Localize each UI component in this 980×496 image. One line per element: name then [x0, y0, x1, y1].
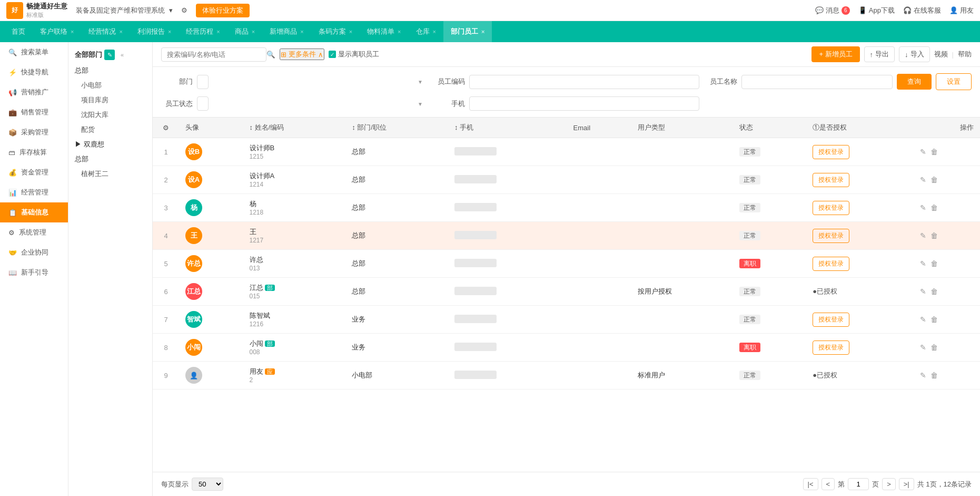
auth-btn[interactable]: 授权登录	[813, 145, 849, 159]
add-employee-btn[interactable]: + 新增员工	[811, 46, 859, 62]
sidebar-item-快捷导航[interactable]: ⚡快捷导航	[0, 62, 68, 82]
delete-icon[interactable]: 🗑	[930, 343, 938, 352]
sidebar-item-经营管理[interactable]: 📊经营管理	[0, 182, 68, 202]
tab-close-icon[interactable]: ×	[168, 28, 171, 35]
edit-icon[interactable]: ✎	[920, 343, 926, 352]
delete-icon[interactable]: 🗑	[930, 176, 938, 184]
dept-tree-item[interactable]: 小电部	[68, 78, 152, 93]
nav-tab-物料清单[interactable]: 物料清单×	[360, 21, 408, 42]
online-service-btn[interactable]: 🎧 在线客服	[903, 6, 941, 15]
delete-icon[interactable]: 🗑	[930, 259, 938, 268]
sidebar-item-资金管理[interactable]: 💰资金管理	[0, 162, 68, 182]
filter-empcode-input[interactable]	[469, 75, 699, 89]
nav-tab-客户联络[interactable]: 客户联络×	[33, 21, 81, 42]
message-btn[interactable]: 💬 消息 6	[815, 6, 850, 15]
filter-phone-input[interactable]	[469, 96, 699, 111]
delete-icon[interactable]: 🗑	[930, 287, 938, 296]
auth-btn[interactable]: 授权登录	[813, 257, 849, 271]
col-settings[interactable]: ⚙	[153, 118, 179, 138]
tab-close-icon[interactable]: ×	[349, 28, 352, 35]
nav-tab-仓库[interactable]: 仓库×	[409, 21, 443, 42]
filter-btn[interactable]: ⊞ 更多条件 ∧	[280, 48, 324, 60]
dept-tree-item[interactable]: 配货	[68, 122, 152, 137]
delete-icon[interactable]: 🗑	[930, 148, 938, 156]
import-btn[interactable]: ↓ 导入	[899, 46, 930, 62]
delete-icon[interactable]: 🗑	[930, 231, 938, 240]
filter-empstatus-select[interactable]	[197, 96, 209, 111]
page-input[interactable]	[848, 478, 869, 490]
nav-tab-新增商品[interactable]: 新增商品×	[262, 21, 311, 42]
delete-icon[interactable]: 🗑	[930, 371, 938, 380]
sidebar-item-企业协同[interactable]: 🤝企业协同	[0, 242, 68, 262]
filter-empname-input[interactable]	[741, 75, 893, 89]
query-btn[interactable]: 查询	[897, 74, 932, 90]
prev-page-btn[interactable]: <	[821, 478, 835, 490]
delete-icon[interactable]: 🗑	[930, 315, 938, 324]
auth-btn[interactable]: 授权登录	[813, 341, 849, 355]
export-btn[interactable]: ↑ 导出	[864, 46, 895, 62]
dropdown-icon[interactable]: ▾	[169, 6, 173, 14]
row-ops: ✎ 🗑	[914, 222, 980, 250]
tab-close-icon[interactable]: ×	[119, 28, 122, 35]
sidebar-item-采购管理[interactable]: 📦采购管理	[0, 122, 68, 142]
tab-close-icon[interactable]: ×	[300, 28, 303, 35]
user-avatar[interactable]: 👤 用友	[949, 6, 974, 15]
delete-icon[interactable]: 🗑	[930, 203, 938, 212]
auth-btn[interactable]: 授权登录	[813, 173, 849, 187]
edit-icon[interactable]: ✎	[920, 148, 926, 156]
edit-icon[interactable]: ✎	[920, 287, 926, 296]
last-page-btn[interactable]: >|	[899, 478, 914, 490]
nav-tab-经营历程[interactable]: 经营历程×	[179, 21, 227, 42]
nav-tab-首页[interactable]: 首页	[4, 21, 33, 42]
set-btn[interactable]: 设置	[936, 73, 972, 90]
sidebar-item-库存核算[interactable]: 🗃库存核算	[0, 142, 68, 162]
show-inactive-toggle[interactable]: ✓ 显示离职员工	[329, 50, 379, 59]
help-btn[interactable]: 帮助	[958, 50, 972, 59]
dept-tree-item[interactable]: 总部	[68, 152, 152, 167]
tab-close-icon[interactable]: ×	[71, 28, 74, 35]
dept-edit-btn[interactable]: ✎	[104, 50, 115, 60]
nav-tab-条码方案[interactable]: 条码方案×	[311, 21, 360, 42]
tab-close-icon[interactable]: ×	[481, 28, 484, 35]
show-inactive-checkbox[interactable]: ✓	[329, 51, 336, 58]
app-download-btn[interactable]: 📱 App下载	[858, 6, 895, 15]
auth-btn[interactable]: 授权登录	[813, 201, 849, 215]
dept-collapse-btn[interactable]: «	[117, 50, 127, 60]
settings-icon[interactable]: ⚙	[181, 6, 187, 14]
edit-icon[interactable]: ✎	[920, 315, 926, 324]
sidebar-item-营销推广[interactable]: 📢营销推广	[0, 82, 68, 102]
edit-icon[interactable]: ✎	[920, 371, 926, 380]
dept-tree-item[interactable]: 沈阳大库	[68, 108, 152, 122]
auth-btn[interactable]: 授权登录	[813, 229, 849, 243]
edit-icon[interactable]: ✎	[920, 231, 926, 240]
nav-tab-利润报告[interactable]: 利润报告×	[130, 21, 179, 42]
sidebar-item-基础信息[interactable]: 📋基础信息	[0, 202, 68, 222]
search-input[interactable]	[161, 47, 266, 62]
first-page-btn[interactable]: |<	[803, 478, 818, 490]
sidebar-item-系统管理[interactable]: ⚙系统管理	[0, 222, 68, 242]
page-size-select[interactable]: 50 100	[192, 478, 223, 491]
edit-icon[interactable]: ✎	[920, 259, 926, 268]
experience-btn[interactable]: 体验行业方案	[196, 4, 250, 17]
edit-icon[interactable]: ✎	[920, 176, 926, 184]
filter-dept-select[interactable]	[197, 75, 209, 89]
sidebar-item-销售管理[interactable]: 💼销售管理	[0, 102, 68, 122]
nav-tab-商品[interactable]: 商品×	[227, 21, 262, 42]
tab-close-icon[interactable]: ×	[216, 28, 220, 35]
tab-close-icon[interactable]: ×	[433, 28, 436, 35]
sidebar-item-搜索菜单[interactable]: 🔍搜索菜单	[0, 42, 68, 62]
next-page-btn[interactable]: >	[882, 478, 896, 490]
search-btn[interactable]: 🔍	[266, 51, 275, 59]
tab-close-icon[interactable]: ×	[252, 28, 255, 35]
nav-tab-部门员工[interactable]: 部门员工×	[443, 21, 492, 42]
view-btn[interactable]: 视频	[934, 50, 948, 59]
auth-btn[interactable]: 授权登录	[813, 313, 849, 327]
dept-tree-item[interactable]: 植树王二	[68, 167, 152, 181]
dept-tree-item[interactable]: ▶ 双鹿想	[68, 137, 152, 152]
edit-icon[interactable]: ✎	[920, 203, 926, 212]
dept-tree-item[interactable]: 总部	[68, 63, 152, 78]
sidebar-item-新手引导[interactable]: 📖新手引导	[0, 262, 68, 283]
nav-tab-经营情况[interactable]: 经营情况×	[81, 21, 130, 42]
dept-tree-item[interactable]: 项目库房	[68, 93, 152, 108]
tab-close-icon[interactable]: ×	[398, 28, 401, 35]
